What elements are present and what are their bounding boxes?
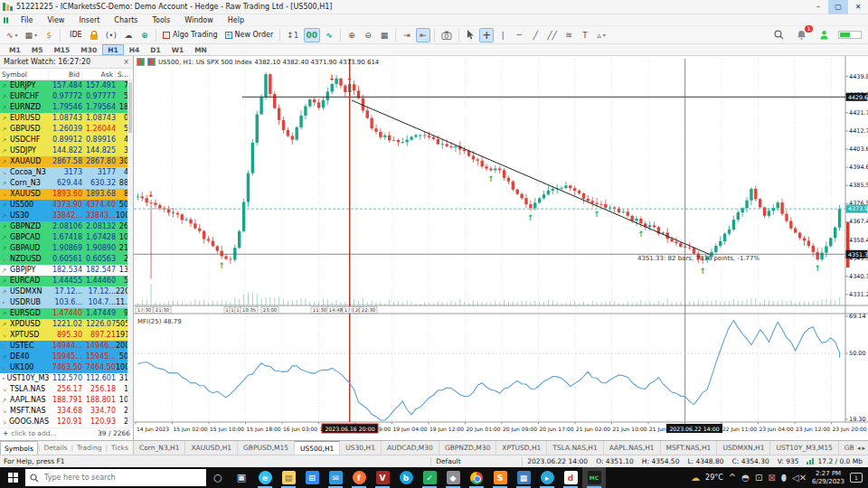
column-ask[interactable]: Ask [82,70,116,79]
symbol-row-usdmxn[interactable]: ↗USDMXN17.12...17.12...220 [0,286,133,297]
volume-mixer-icon[interactable]: ◓ [741,473,750,483]
symbol-row-eurcad[interactable]: ↗EURCAD1.444551.444605 [0,276,133,286]
weather-icon[interactable]: ☁ [691,473,700,483]
chart-tab-usdmxn-h1[interactable]: USDMXN,H1 [717,441,770,455]
symbol-row-ustec[interactable]: ↘USTEC14944...14946...200 [0,341,133,352]
timeframe-mn[interactable]: MN [189,44,212,55]
chart-tab-xptusd-h1[interactable]: XPTUSD,H1 [496,441,547,455]
chevron-up-icon[interactable]: ^ [729,473,736,483]
taskbar-search[interactable] [25,469,206,486]
chart-type-icon[interactable]: ∿▾ [4,28,21,42]
symbol-row-ust10y_m3[interactable]: •UST10Y_M3112.570112.60131 [0,373,133,384]
timeframe-h1[interactable]: H1 [102,44,124,55]
taskbar-clock[interactable]: 2:27 PM 6/29/2023 [812,470,844,486]
taskbar-app-s-app[interactable]: S [488,467,512,488]
symbol-row-nzdusd[interactable]: ↘NZDUSD0.605610.605632 [0,254,133,265]
symbol-row-usdchf[interactable]: ↗USDCHF0.899120.899164 [0,135,133,145]
search-icon[interactable] [771,28,787,42]
symbol-row-msft.nas[interactable]: ↘MSFT.NAS334.68334.702 [0,406,133,417]
taskbar-app-antivirus-shield[interactable]: ✓ [418,467,441,488]
timeframe-m1[interactable]: M1 [4,44,26,55]
horizontal-line-icon[interactable]: ─ [512,28,526,42]
timeframe-w1[interactable]: W1 [166,44,190,55]
chart-tab-corn-n3-h1[interactable]: Corn_N3,H1 [134,441,185,455]
taskbar-app-chrome[interactable] [465,467,488,488]
symbol-row-us30[interactable]: ↗US3033842...33843...100 [0,211,133,221]
chart-tab-audcad-m30[interactable]: AUDCAD,M30 [382,441,439,455]
trendline-icon[interactable]: ╱ [528,28,542,42]
symbol-row-gbpjpy[interactable]: ↗GBPJPY182.534182.54713 [0,265,133,276]
notification-center-icon[interactable]: 1 [850,473,863,483]
symbol-row-aapl.nas[interactable]: ↗AAPL.NAS188.791188.80110 [0,395,133,406]
mic-icon[interactable]: ⬮ [781,473,787,483]
menu-tools[interactable]: Tools [145,16,177,24]
chart-tab-gbpusd-m15[interactable]: GBPUSD,M15 [238,441,295,455]
close-panel-icon[interactable]: × [123,56,129,68]
symbol-row-gbpnzd[interactable]: ↗GBPNZD2.081062.0813226 [0,221,133,232]
market-watch-scrollbar[interactable] [127,80,133,427]
chart-tab-us500-h1[interactable]: US500,H1 [295,441,340,455]
zoom-in-icon[interactable]: ⊕ [344,28,359,42]
tick-chart-icon[interactable]: ↕1 [284,28,301,42]
symbol-row-eurnzd[interactable]: ↗EURNZD1.795461.7956418 [0,102,133,113]
panel-tab-ticks[interactable]: Ticks [108,444,132,452]
screenshot-camera-icon[interactable] [439,28,455,42]
timeframe-h4[interactable]: H4 [124,44,146,55]
taskbar-app-v-app[interactable]: V [371,467,394,488]
symbol-row-xauusd[interactable]: ↘XAUUSD1893.601893.688 [0,189,133,200]
close-button[interactable]: ✕ [848,0,868,14]
chart-tab-gbpjpy-m15[interactable]: GBPJPY,M15 [839,441,854,455]
symbol-row-eurjpy[interactable]: ↗EURJPY157.484157.4917 [0,80,133,91]
symbol-row-eurchf[interactable]: ↗EURCHF0.977720.977775 [0,91,133,102]
menu-file[interactable]: File [14,16,40,24]
chart-tab-ust10y-m3-m15[interactable]: UST10Y_M3,M15 [770,441,838,455]
chart-tab-tsla-nas-h1[interactable]: TSLA.NAS,H1 [547,441,603,455]
timeframe-m30[interactable]: M30 [75,44,102,55]
taskbar-app-d-app[interactable]: d [559,467,582,488]
taskbar-app-b-app[interactable]: b [394,467,418,488]
maximize-button[interactable]: ▢ [828,0,848,14]
symbol-row-uk100[interactable]: ↘UK1007463.507464.50100 [0,362,133,373]
taskbar-app-edge[interactable]: e [253,467,277,488]
task-view-button[interactable]: ▣ [230,467,253,488]
symbol-row-usdjpy[interactable]: ↗USDJPY144.822144.8253 [0,145,133,156]
taskbar-app-store[interactable]: ⊞ [300,467,324,488]
display-cast-icon[interactable]: ⊡ [755,473,762,483]
taskbar-app-file-explorer[interactable]: ▤ [277,467,300,488]
symbol-row-gbpcad[interactable]: ↗GBPCAD1.674181.6742810 [0,232,133,243]
one-click-trading-icon[interactable] [147,58,156,66]
new-order-button[interactable]: +New Order [222,28,277,42]
panel-tab-symbols[interactable]: Symbols [0,441,38,455]
profiles-icon[interactable]: ▦▾ [23,28,41,42]
symbol-row-goog.nas[interactable]: ↘GOOG.NAS120.91120.932 [0,417,133,427]
tile-windows-icon[interactable]: ▦ [377,28,392,42]
minimize-button[interactable]: – [808,0,828,14]
symbol-row-corn_n3[interactable]: ↗Corn_N3629.44630.3288 [0,178,133,189]
panel-tab-trading[interactable]: Trading [73,444,106,452]
taskbar-app-viewer-3d[interactable]: ◆ [441,467,465,488]
menu-insert[interactable]: Insert [71,16,107,24]
menu-window[interactable]: Window [177,16,221,24]
depth-of-market-icon[interactable] [137,58,145,66]
chart-tab-aapl-nas-h1[interactable]: AAPL.NAS,H1 [604,441,661,455]
chart-shift-icon[interactable]: ⇤ [416,28,430,42]
symbol-row-de40[interactable]: ↗DE4015945...15945...50 [0,352,133,362]
notifications-bell-icon[interactable]: 1 [794,28,809,42]
symbol-row-eurusd[interactable]: ↗EURUSD1.087431.087430 [0,113,133,124]
lock-icon[interactable] [87,28,101,42]
symbol-row-eursgd[interactable]: ↗EURSGD1.474401.474499 [0,308,133,319]
equidistant-channel-icon[interactable]: ╱╱ [544,28,560,42]
signal-icon[interactable]: (•) [103,28,119,42]
chart-tab-msft-nas-h1[interactable]: MSFT.NAS,H1 [661,441,718,455]
column-bid[interactable]: Bid [49,70,82,79]
menu-view[interactable]: View [40,16,71,24]
start-button[interactable] [0,467,25,488]
cloud-icon[interactable]: ☁ [121,28,136,42]
shapes-icon[interactable]: ▵▾ [594,28,609,42]
menu-charts[interactable]: Charts [107,16,145,24]
chart-tab-xauusd-h1[interactable]: XAUUSD,H1 [185,441,238,455]
symbol-row-usdrub[interactable]: •USDRUB103.6...104.7...11... [0,297,133,308]
symbol-row-us500[interactable]: ↗US5004373.904374.4050 [0,200,133,211]
symbol-row-gbpusd[interactable]: ↗GBPUSD1.260391.260445 [0,124,133,135]
add-symbol-row[interactable]: + click to add... 39 / 2266 [0,427,133,438]
